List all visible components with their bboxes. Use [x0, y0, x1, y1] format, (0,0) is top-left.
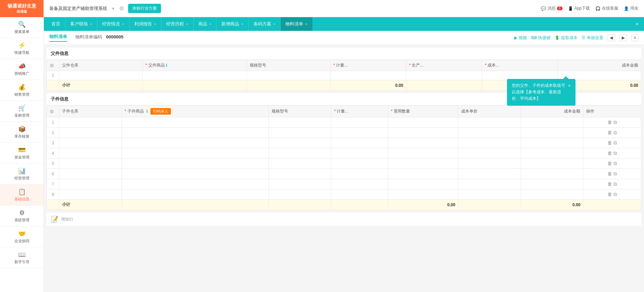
delete-icon[interactable]: 🗑 — [607, 191, 612, 197]
child-cell-qty-7[interactable] — [388, 189, 458, 200]
child-cell-warehouse-1[interactable] — [59, 128, 122, 138]
nav-next[interactable]: ▶ — [619, 34, 627, 41]
child-cell-amount-0[interactable] — [521, 117, 583, 128]
child-cell-unitcost-6[interactable] — [458, 179, 521, 189]
copy-icon[interactable]: ⧉ — [614, 191, 617, 197]
child-cell-warehouse-2[interactable] — [59, 138, 122, 148]
shortcut-item[interactable]: ⌨ 快捷键 — [531, 35, 550, 41]
child-cell-amount-6[interactable] — [521, 179, 583, 189]
sidebar-item-finance[interactable]: 💳 资金管理 — [0, 143, 44, 164]
child-cell-product-6[interactable] — [122, 179, 269, 189]
scan-input-button[interactable]: 扫码录入 — [150, 108, 171, 115]
parent-product-info-icon[interactable]: ℹ — [166, 63, 168, 68]
child-cell-unit-0[interactable] — [331, 117, 388, 128]
child-cell-warehouse-5[interactable] — [59, 169, 122, 179]
message-item[interactable]: 💬 消息 6 — [541, 5, 562, 11]
child-cell-qty-5[interactable] — [388, 169, 458, 179]
child-cell-warehouse-6[interactable] — [59, 179, 122, 189]
tab-barcode-close[interactable]: × — [273, 22, 275, 26]
child-cell-amount-7[interactable] — [521, 189, 583, 200]
tab-home[interactable]: 首页 — [47, 17, 65, 31]
sidebar-item-basicinfo[interactable]: 📋 基础信息 — [0, 185, 44, 206]
delete-icon[interactable]: 🗑 — [607, 150, 612, 156]
sidebar-item-system[interactable]: ⚙ 系统管理 — [0, 206, 44, 226]
child-cell-warehouse-0[interactable] — [59, 117, 122, 128]
child-cell-unit-1[interactable] — [331, 128, 388, 138]
child-cell-amount-5[interactable] — [521, 169, 583, 179]
child-cell-product-5[interactable] — [122, 169, 269, 179]
tab-bizstatus[interactable]: 经营情况 × — [97, 17, 129, 31]
copy-icon[interactable]: ⧉ — [614, 150, 617, 156]
sidebar-item-sales[interactable]: 💰 销售管理 — [0, 80, 44, 101]
child-cell-unit-7[interactable] — [331, 189, 388, 200]
view-video-item[interactable]: ▶ 视频 — [514, 35, 527, 41]
tab-barcode[interactable]: 条码方案 × — [249, 17, 281, 31]
tab-customer[interactable]: 客户联络 × — [65, 17, 97, 31]
nav-prev[interactable]: ◀ — [607, 34, 615, 41]
child-cell-unit-5[interactable] — [331, 169, 388, 179]
tab-product-close[interactable]: × — [209, 22, 211, 26]
child-cell-unitcost-3[interactable] — [458, 148, 521, 159]
child-cell-qty-1[interactable] — [388, 128, 458, 138]
child-cell-unitcost-5[interactable] — [458, 169, 521, 179]
delete-icon[interactable]: 🗑 — [607, 181, 612, 187]
close-all-tabs[interactable]: × — [633, 21, 641, 27]
child-cell-product-0[interactable] — [122, 117, 269, 128]
child-cell-product-4[interactable] — [122, 159, 269, 169]
child-cell-spec-4[interactable] — [269, 159, 331, 169]
sidebar-item-search[interactable]: 🔍 搜索菜单 — [0, 17, 44, 38]
copy-icon[interactable]: ⧉ — [614, 119, 617, 125]
delete-icon[interactable]: 🗑 — [607, 161, 612, 166]
tab-profit-close[interactable]: × — [154, 22, 156, 26]
child-cell-spec-5[interactable] — [269, 169, 331, 179]
settings-icon[interactable]: ⚙ — [119, 5, 124, 12]
child-gear-icon[interactable]: ⚙ — [50, 109, 54, 114]
child-cell-product-3[interactable] — [122, 148, 269, 159]
copy-icon[interactable]: ⧉ — [614, 161, 617, 166]
delete-icon[interactable]: 🗑 — [607, 130, 612, 136]
child-cell-qty-0[interactable] — [388, 117, 458, 128]
add-row-icon[interactable]: 📝 — [51, 215, 58, 223]
child-cell-unitcost-4[interactable] — [458, 159, 521, 169]
tab-profit[interactable]: 利润报告 × — [129, 17, 161, 31]
child-cell-product-7[interactable] — [122, 189, 269, 200]
parent-cell-produce[interactable] — [406, 71, 482, 80]
delete-icon[interactable]: 🗑 — [607, 119, 612, 125]
child-cell-amount-2[interactable] — [521, 138, 583, 148]
child-cell-spec-2[interactable] — [269, 138, 331, 148]
delete-icon[interactable]: 🗑 — [607, 171, 612, 177]
child-cell-qty-6[interactable] — [388, 179, 458, 189]
online-support-item[interactable]: 🎧 在线客服 — [595, 5, 618, 11]
child-cell-qty-2[interactable] — [388, 138, 458, 148]
sidebar-item-management[interactable]: 📊 经营管理 — [0, 164, 44, 185]
child-cell-spec-3[interactable] — [269, 148, 331, 159]
sidebar-item-marketing[interactable]: 📣 营销推广 — [0, 59, 44, 80]
child-cell-spec-1[interactable] — [269, 128, 331, 138]
copy-icon[interactable]: ⧉ — [614, 181, 617, 187]
sidebar-item-enterprise[interactable]: 🤝 企业协同 — [0, 226, 44, 247]
tab-history-close[interactable]: × — [186, 22, 188, 26]
tab-history[interactable]: 经营历程 × — [161, 17, 193, 31]
child-cell-unit-6[interactable] — [331, 179, 388, 189]
user-item[interactable]: 👤 用友 — [624, 5, 639, 11]
child-cell-product-1[interactable] — [122, 128, 269, 138]
tab-bizstatus-close[interactable]: × — [122, 22, 124, 26]
child-cell-unitcost-2[interactable] — [458, 138, 521, 148]
nav-list[interactable]: ≡ — [631, 34, 639, 41]
child-cell-amount-4[interactable] — [521, 159, 583, 169]
sidebar-item-guide[interactable]: 📖 新手引导 — [0, 247, 44, 268]
child-cell-unit-4[interactable] — [331, 159, 388, 169]
child-cell-warehouse-3[interactable] — [59, 148, 122, 159]
tab-customer-close[interactable]: × — [90, 22, 92, 26]
child-cell-amount-1[interactable] — [521, 128, 583, 138]
sidebar-item-purchase[interactable]: 🛒 采购管理 — [0, 101, 44, 122]
child-cell-qty-4[interactable] — [388, 159, 458, 169]
trial-button[interactable]: 体验行业方案 — [128, 4, 161, 13]
child-cell-amount-3[interactable] — [521, 148, 583, 159]
child-cell-unitcost-0[interactable] — [458, 117, 521, 128]
tooltip-close[interactable]: × — [568, 82, 571, 90]
child-cell-warehouse-7[interactable] — [59, 189, 122, 200]
sidebar-item-quicknav[interactable]: ⚡ 快捷导航 — [0, 38, 44, 59]
extract-cost-item[interactable]: 💲 提取成本 — [555, 35, 578, 41]
page-tab-code[interactable]: 物料清单编码 0000005 — [75, 34, 123, 42]
